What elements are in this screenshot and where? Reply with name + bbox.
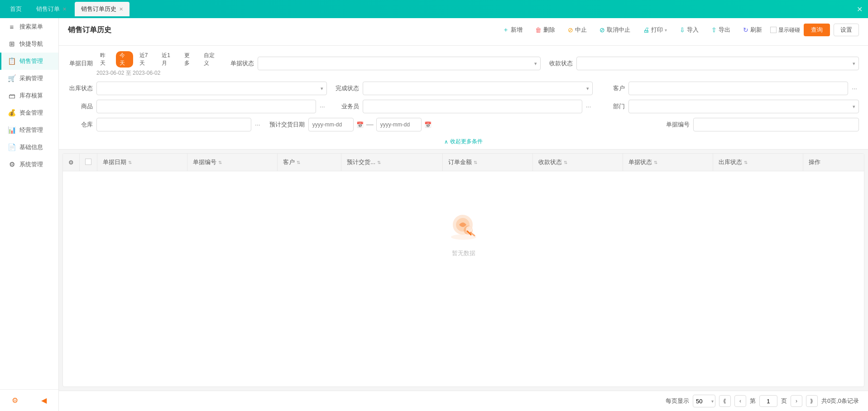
sidebar-item-inventory-calc-label: 库存核算	[19, 92, 43, 100]
goods-dots-icon[interactable]: ···	[318, 103, 327, 110]
date-tag-more[interactable]: 更多	[181, 51, 197, 68]
th-out-status[interactable]: 出库状态 ⇅	[713, 154, 803, 171]
tab-sales-order-history-close[interactable]: ✕	[119, 6, 123, 12]
sidebar-item-search-menu[interactable]: ≡ 搜索菜单	[0, 18, 58, 35]
salesperson-dots-icon[interactable]: ···	[584, 103, 593, 110]
expected-date-end-input[interactable]	[376, 118, 422, 131]
settings-gear-icon[interactable]: ⚙	[68, 159, 74, 166]
finance-mgmt-icon: 💰	[8, 109, 16, 117]
import-label: 导入	[687, 26, 699, 34]
goods-input[interactable]	[96, 100, 316, 113]
complete-status-select[interactable]	[363, 82, 593, 95]
import-button[interactable]: ⇩ 导入	[675, 24, 703, 36]
tab-home[interactable]: 首页	[4, 2, 28, 16]
select-all-checkbox[interactable]	[85, 159, 91, 165]
salesperson-label: 业务员	[334, 102, 359, 111]
expected-date-start-input[interactable]	[308, 118, 354, 131]
th-order-amount[interactable]: 订单金额 ⇅	[442, 154, 532, 171]
sidebar-item-basic-info[interactable]: 📄 基础信息	[0, 139, 58, 156]
display-cols-checkbox[interactable]	[770, 27, 777, 33]
date-filter-label: 单据日期	[68, 59, 93, 68]
sidebar-item-sales-mgmt[interactable]: 📋 销售管理	[0, 53, 58, 70]
salesperson-input[interactable]	[363, 100, 582, 113]
current-page-input[interactable]	[759, 395, 777, 407]
sidebar-item-ops-mgmt[interactable]: 📊 经营管理	[0, 121, 58, 139]
sidebar-item-inventory-calc[interactable]: 🗃 库存核算	[0, 87, 58, 104]
next-page-btn[interactable]: ›	[791, 395, 802, 407]
receipt-status-select[interactable]	[576, 57, 859, 70]
complete-status-control: ▾	[363, 82, 593, 95]
bill-no-input[interactable]	[693, 118, 859, 131]
prev-page-btn[interactable]: ‹	[734, 395, 746, 407]
print-button[interactable]: 🖨 打印 ▾	[638, 24, 671, 36]
bill-status-select[interactable]	[258, 57, 541, 70]
th-date[interactable]: 单据日期 ⇅	[97, 154, 187, 171]
th-operation-label: 操作	[809, 159, 820, 165]
bill-status-sort-icon: ⇅	[654, 160, 657, 165]
sidebar-item-quick-nav-label: 快捷导航	[19, 40, 43, 48]
cancel-stop-button[interactable]: ⊘ 取消中止	[595, 24, 635, 36]
date-tag-1month[interactable]: 近1月	[158, 51, 177, 68]
sidebar-settings-icon[interactable]: ⚙	[9, 393, 21, 407]
filter-row-3: 商品 ··· 业务员 ··· 部门	[68, 100, 859, 113]
first-page-btn[interactable]: ⟪	[719, 395, 731, 407]
top-bar: 首页 销售订单 ✕ 销售订单历史 ✕ ✕	[0, 0, 868, 18]
out-status-select[interactable]	[96, 82, 327, 95]
settings-button[interactable]: 设置	[834, 24, 859, 36]
search-button[interactable]: 查询	[804, 24, 830, 36]
stop-button[interactable]: ⊘ 中止	[563, 24, 591, 36]
sidebar-item-finance-mgmt[interactable]: 💰 资金管理	[0, 104, 58, 121]
export-label: 导出	[719, 26, 730, 34]
delete-button[interactable]: 🗑 删除	[531, 24, 560, 36]
collapse-up-icon: ∧	[444, 139, 448, 145]
th-expected-date[interactable]: 预计交货... ⇅	[341, 154, 442, 171]
delete-label: 删除	[543, 26, 555, 34]
refresh-button[interactable]: ↻ 刷新	[739, 24, 767, 36]
warehouse-dots-icon[interactable]: ···	[253, 121, 262, 128]
calendar-start-icon[interactable]: 📅	[356, 121, 364, 128]
window-close-btn[interactable]: ✕	[855, 5, 864, 14]
customer-dots-icon[interactable]: ···	[850, 85, 859, 92]
sales-mgmt-icon: 📋	[8, 57, 16, 65]
th-receipt-status[interactable]: 收款状态 ⇅	[532, 154, 623, 171]
th-bill-no[interactable]: 单据编号 ⇅	[187, 154, 278, 171]
sidebar-item-sales-mgmt-label: 销售管理	[19, 57, 43, 65]
sidebar-item-purchase-mgmt[interactable]: 🛒 采购管理	[0, 70, 58, 87]
dept-select[interactable]	[628, 100, 859, 113]
date-tag-custom[interactable]: 自定义	[200, 51, 222, 68]
date-tag-yesterday[interactable]: 昨天	[96, 51, 113, 68]
th-bill-status[interactable]: 单据状态 ⇅	[623, 154, 713, 171]
date-tag-7days[interactable]: 近7天	[136, 51, 155, 68]
sidebar-collapse-icon[interactable]: ◀	[38, 393, 49, 407]
customer-sort-icon: ⇅	[297, 160, 300, 165]
print-label: 打印	[651, 26, 663, 34]
display-cols-control[interactable]: 显示碰碰	[770, 26, 800, 34]
tab-sales-order-history[interactable]: 销售订单历史 ✕	[75, 2, 129, 16]
total-label: 共0页,0条记录	[821, 397, 859, 405]
new-button[interactable]: ＋ 新增	[498, 24, 527, 36]
cancel-stop-label: 取消中止	[607, 26, 630, 34]
stop-label: 中止	[575, 26, 587, 34]
per-page-label: 每页显示	[666, 397, 689, 405]
out-status-sort-icon: ⇅	[744, 160, 748, 165]
filter-area: 单据日期 昨天 今天 近7天 近1月 更多 自定义 2023-06-02 至 2…	[59, 46, 868, 150]
th-settings[interactable]: ⚙	[63, 154, 80, 171]
calendar-end-icon[interactable]: 📅	[424, 121, 432, 128]
out-status-control: ▾	[96, 82, 327, 95]
sidebar-item-sys-mgmt[interactable]: ⚙ 系统管理	[0, 156, 58, 173]
sidebar-item-quick-nav[interactable]: ⊞ 快捷导航	[0, 35, 58, 53]
empty-text: 暂无数据	[452, 249, 475, 257]
export-button[interactable]: ⇧ 导出	[707, 24, 735, 36]
last-page-btn[interactable]: ⟫	[806, 395, 818, 407]
date-tag-today[interactable]: 今天	[116, 51, 133, 68]
tab-sales-order[interactable]: 销售订单 ✕	[30, 2, 73, 16]
warehouse-input[interactable]	[96, 118, 251, 131]
tab-sales-order-close[interactable]: ✕	[62, 6, 67, 12]
th-date-label: 单据日期	[103, 158, 126, 166]
page-size-select[interactable]: 50 10 20 100	[693, 395, 715, 407]
th-checkbox[interactable]	[80, 154, 97, 171]
customer-input[interactable]	[628, 82, 848, 95]
collapse-btn[interactable]: ∧ 收起更多条件	[68, 136, 859, 147]
th-customer[interactable]: 客户 ⇅	[278, 154, 341, 171]
table-header-row: ⚙ 单据日期 ⇅ 单据编号	[63, 154, 864, 171]
